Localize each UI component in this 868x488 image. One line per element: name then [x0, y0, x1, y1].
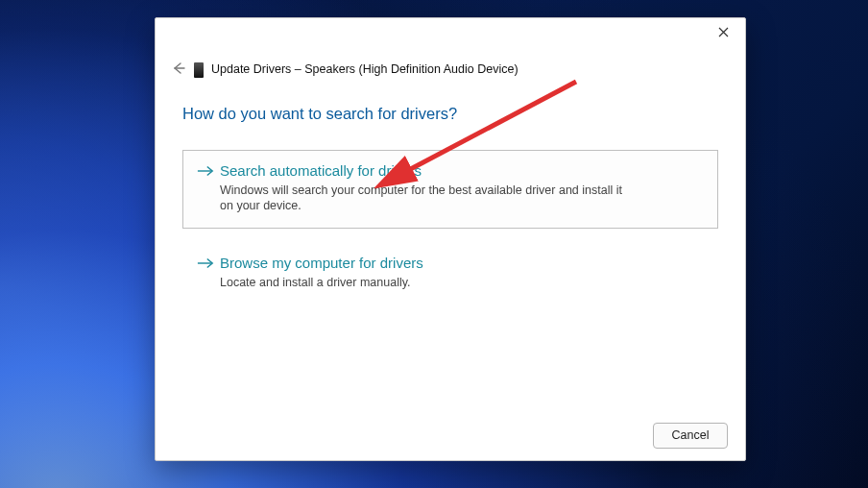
- titlebar: [156, 18, 745, 64]
- option-description: Locate and install a driver manually.: [220, 275, 633, 290]
- cancel-button[interactable]: Cancel: [653, 423, 728, 449]
- close-icon: [718, 24, 729, 41]
- option-text: Browse my computer for drivers Locate an…: [220, 255, 704, 290]
- speaker-device-icon: [194, 62, 204, 78]
- dialog-title: Update Drivers – Speakers (High Definiti…: [211, 62, 518, 76]
- arrow-left-icon: [171, 61, 186, 79]
- desktop-background: Update Drivers – Speakers (High Definiti…: [0, 0, 868, 488]
- arrow-right-icon: [197, 164, 214, 178]
- back-button[interactable]: [169, 61, 188, 80]
- dialog-content: How do you want to search for drivers? S…: [182, 105, 718, 403]
- dialog-heading: How do you want to search for drivers?: [182, 105, 718, 123]
- option-search-automatically[interactable]: Search automatically for drivers Windows…: [182, 150, 718, 229]
- option-text: Search automatically for drivers Windows…: [220, 162, 704, 214]
- option-title: Browse my computer for drivers: [220, 255, 704, 272]
- update-drivers-dialog: Update Drivers – Speakers (High Definiti…: [155, 17, 746, 461]
- option-browse-computer[interactable]: Browse my computer for drivers Locate an…: [182, 242, 718, 305]
- close-button[interactable]: [701, 18, 745, 47]
- option-description: Windows will search your computer for th…: [220, 183, 633, 214]
- arrow-right-icon: [197, 256, 214, 270]
- option-title: Search automatically for drivers: [220, 162, 704, 180]
- dialog-footer: Cancel: [156, 410, 745, 460]
